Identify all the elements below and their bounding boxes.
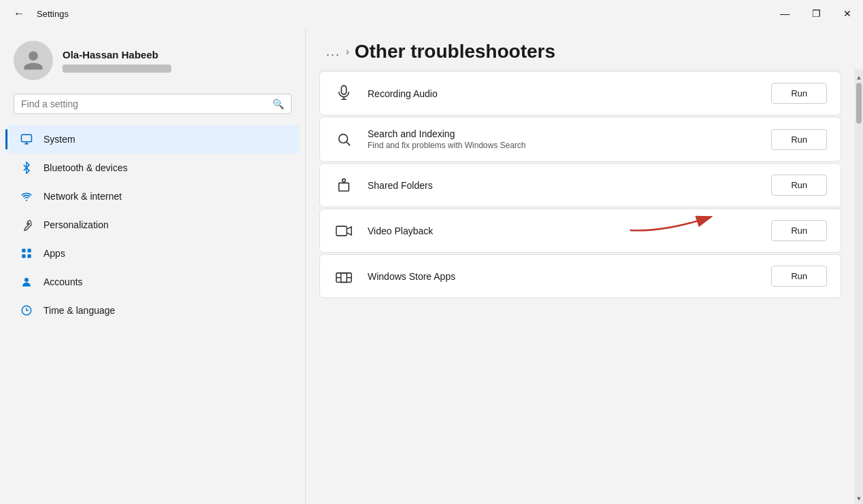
svg-point-7 bbox=[24, 278, 29, 282]
svg-rect-6 bbox=[28, 255, 31, 258]
avatar bbox=[14, 41, 53, 80]
brush-icon bbox=[19, 217, 34, 232]
user-info: Ola-Hassan Habeeb bbox=[63, 49, 171, 73]
content-area: ... › Other troubleshooters bbox=[306, 27, 863, 504]
shared-folders-run-button[interactable]: Run bbox=[771, 175, 827, 196]
user-name: Ola-Hassan Habeeb bbox=[63, 49, 171, 60]
troubleshooter-search-indexing: Search and Indexing Find and fix problem… bbox=[319, 117, 841, 162]
scrollbar-track: ▲ ▼ bbox=[855, 69, 863, 504]
search-indexing-name: Search and Indexing bbox=[368, 128, 758, 139]
sidebar-item-bluetooth[interactable]: Bluetooth & devices bbox=[5, 154, 300, 182]
mic-icon bbox=[334, 84, 354, 104]
svg-rect-14 bbox=[339, 183, 349, 191]
top-divider bbox=[319, 69, 841, 70]
video-playback-info: Video Playback bbox=[368, 226, 758, 236]
sidebar: Ola-Hassan Habeeb 🔍 System bbox=[0, 27, 306, 504]
sidebar-item-apps-label: Apps bbox=[43, 248, 65, 259]
app-title: Settings bbox=[37, 9, 69, 19]
sidebar-item-network-label: Network & internet bbox=[43, 191, 122, 202]
sidebar-item-apps[interactable]: Apps bbox=[5, 239, 300, 268]
user-icon bbox=[22, 49, 45, 72]
troubleshooter-shared-folders: Shared Folders Run bbox=[319, 163, 841, 207]
search-input[interactable] bbox=[21, 98, 267, 109]
page-title: Other troubleshooters bbox=[355, 41, 556, 62]
windows-store-name: Windows Store Apps bbox=[368, 271, 758, 282]
scrollbar-down-arrow[interactable]: ▼ bbox=[855, 493, 863, 504]
bluetooth-icon bbox=[19, 160, 34, 175]
svg-rect-4 bbox=[28, 249, 31, 252]
apps-icon bbox=[19, 246, 34, 261]
breadcrumb-chevron: › bbox=[346, 46, 349, 57]
content-header: ... › Other troubleshooters bbox=[306, 27, 863, 69]
video-playback-run-button[interactable]: Run bbox=[771, 220, 827, 241]
sidebar-item-bluetooth-label: Bluetooth & devices bbox=[43, 162, 128, 173]
scrollbar-up-arrow[interactable]: ▲ bbox=[855, 72, 863, 83]
wifi-icon bbox=[19, 189, 34, 204]
user-profile[interactable]: Ola-Hassan Habeeb bbox=[0, 27, 305, 94]
troubleshooter-list: Recording Audio Run Sear bbox=[319, 71, 841, 298]
user-email-placeholder bbox=[63, 65, 171, 73]
sidebar-item-time-label: Time & language bbox=[43, 305, 115, 316]
content-with-scrollbar: Recording Audio Run Sear bbox=[306, 69, 863, 504]
shared-folders-info: Shared Folders bbox=[368, 180, 758, 191]
nav-items: System Bluetooth & devices Network bbox=[0, 125, 305, 325]
svg-line-13 bbox=[347, 142, 350, 145]
sidebar-item-time[interactable]: Time & language bbox=[5, 296, 300, 325]
troubleshooter-windows-store: Windows Store Apps Run bbox=[319, 254, 841, 298]
sidebar-item-personalization[interactable]: Personalization bbox=[5, 211, 300, 239]
recording-audio-name: Recording Audio bbox=[368, 88, 758, 99]
troubleshooter-video-playback: Video Playback Run bbox=[319, 209, 841, 253]
breadcrumb-dots[interactable]: ... bbox=[326, 45, 340, 59]
svg-rect-19 bbox=[341, 272, 347, 282]
shared-folders-icon bbox=[334, 175, 354, 196]
svg-rect-0 bbox=[22, 134, 32, 142]
main-layout: Ola-Hassan Habeeb 🔍 System bbox=[0, 27, 863, 504]
sidebar-item-accounts-label: Accounts bbox=[43, 276, 83, 287]
search-icon: 🔍 bbox=[272, 98, 284, 109]
sidebar-item-network[interactable]: Network & internet bbox=[5, 182, 300, 211]
video-playback-name: Video Playback bbox=[368, 226, 758, 236]
maximize-button[interactable]: ❐ bbox=[800, 0, 832, 27]
person-icon bbox=[19, 274, 34, 289]
title-bar-left: ← Settings bbox=[8, 0, 69, 27]
window-controls: — ❐ ✕ bbox=[769, 0, 863, 27]
windows-store-run-button[interactable]: Run bbox=[771, 266, 827, 287]
search-indexing-run-button[interactable]: Run bbox=[771, 129, 827, 150]
sidebar-item-personalization-label: Personalization bbox=[43, 219, 109, 230]
sidebar-item-system-label: System bbox=[43, 134, 75, 145]
svg-point-15 bbox=[342, 179, 346, 182]
svg-point-12 bbox=[339, 134, 348, 143]
recording-audio-run-button[interactable]: Run bbox=[771, 83, 827, 104]
back-button[interactable]: ← bbox=[8, 0, 30, 27]
search-indexing-icon bbox=[334, 129, 354, 149]
minimize-button[interactable]: — bbox=[769, 0, 800, 27]
close-button[interactable]: ✕ bbox=[832, 0, 863, 27]
search-indexing-desc: Find and fix problems with Windows Searc… bbox=[368, 141, 758, 150]
svg-rect-17 bbox=[336, 226, 347, 236]
monitor-icon bbox=[19, 132, 34, 147]
scrollbar-thumb[interactable] bbox=[856, 83, 862, 124]
video-icon bbox=[334, 221, 354, 241]
shared-folders-name: Shared Folders bbox=[368, 180, 758, 191]
windows-store-info: Windows Store Apps bbox=[368, 271, 758, 282]
content-scroll: Recording Audio Run Sear bbox=[306, 69, 855, 504]
svg-rect-3 bbox=[22, 249, 25, 252]
store-icon bbox=[334, 266, 354, 287]
sidebar-item-system[interactable]: System bbox=[5, 125, 300, 154]
search-indexing-info: Search and Indexing Find and fix problem… bbox=[368, 128, 758, 150]
svg-rect-9 bbox=[341, 86, 346, 94]
sidebar-item-accounts[interactable]: Accounts bbox=[5, 268, 300, 296]
recording-audio-info: Recording Audio bbox=[368, 88, 758, 99]
title-bar: ← Settings — ❐ ✕ bbox=[0, 0, 863, 27]
svg-rect-5 bbox=[22, 255, 25, 258]
clock-icon bbox=[19, 303, 34, 318]
troubleshooter-recording-audio: Recording Audio Run bbox=[319, 71, 841, 115]
search-box[interactable]: 🔍 bbox=[14, 94, 292, 114]
